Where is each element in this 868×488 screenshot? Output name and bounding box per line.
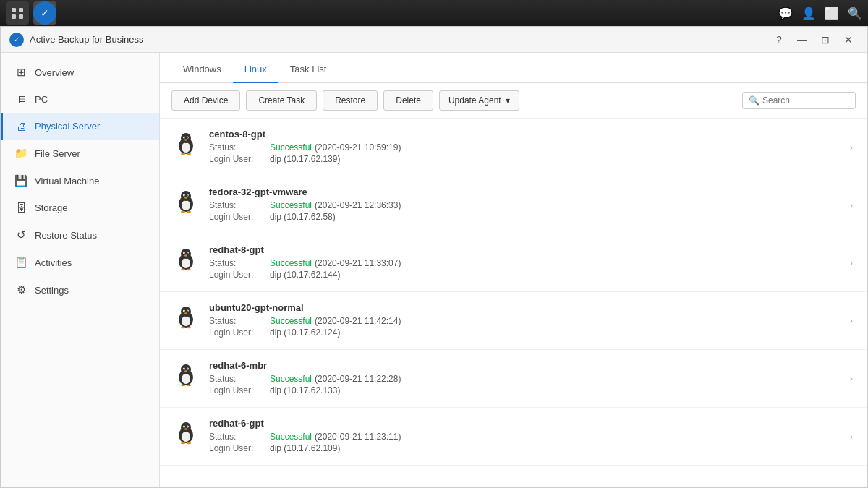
sidebar-label-physical-server: Physical Server — [35, 121, 100, 132]
sidebar-item-storage[interactable]: 🗄 Storage — [1, 194, 159, 221]
title-bar-left: ✓ Active Backup for Business — [9, 33, 144, 47]
help-button[interactable]: ? — [769, 32, 789, 48]
device-status-row: Status: Successful (2020-09-21 12:36:33) — [209, 200, 847, 210]
active-backup-taskbar-icon[interactable]: ✓ — [33, 1, 56, 25]
physical-server-icon: 🖨 — [14, 120, 27, 132]
sidebar-item-virtual-machine[interactable]: 💾 Virtual Machine — [1, 167, 159, 194]
device-login-row: Login User: dip (10.17.62.109) — [209, 443, 847, 453]
close-button[interactable]: ✕ — [838, 32, 859, 48]
svg-point-9 — [187, 153, 191, 155]
delete-button[interactable]: Delete — [383, 90, 433, 111]
apps-icon[interactable] — [6, 1, 29, 25]
sidebar-label-activities: Activities — [35, 257, 72, 268]
title-controls: ? — ⊡ ✕ — [769, 32, 859, 48]
sidebar-item-overview[interactable]: ⊞ Overview — [1, 59, 159, 86]
svg-point-42 — [181, 364, 191, 374]
content-area: Windows Linux Task List Add Device Creat… — [160, 53, 867, 487]
system-bar: ✓ 💬 👤 ⬜ 🔍 — [0, 0, 868, 26]
tab-linux[interactable]: Linux — [233, 56, 278, 83]
device-item-redhat-8-gpt[interactable]: redhat-8-gpt Status: Successful (2020-09… — [160, 234, 867, 292]
svg-point-19 — [187, 211, 191, 213]
sidebar-item-restore-status[interactable]: ↺ Restore Status — [1, 221, 159, 249]
add-device-button[interactable]: Add Device — [171, 90, 240, 111]
svg-point-8 — [181, 153, 185, 155]
update-agent-button[interactable]: Update Agent ▾ — [439, 90, 519, 111]
sidebar-item-activities[interactable]: 📋 Activities — [1, 249, 159, 276]
expand-chevron-icon[interactable]: › — [847, 255, 856, 271]
activities-icon: 📋 — [14, 256, 27, 269]
device-info: redhat-6-mbr Status: Successful (2020-09… — [209, 360, 847, 397]
expand-chevron-icon[interactable]: › — [847, 429, 856, 445]
device-name: ubuntu20-gpt-normal — [209, 302, 847, 313]
status-label: Status: — [209, 316, 267, 326]
device-info: redhat-8-gpt Status: Successful (2020-09… — [209, 244, 847, 281]
chat-icon[interactable]: 💬 — [778, 7, 793, 20]
toolbar: Add Device Create Task Restore Delete Up… — [160, 83, 867, 119]
system-bar-right: 💬 👤 ⬜ 🔍 — [778, 7, 862, 20]
svg-point-26 — [187, 252, 189, 254]
device-status-row: Status: Successful (2020-09-21 11:42:14) — [209, 316, 847, 326]
search-input[interactable] — [762, 95, 849, 106]
status-time: (2020-09-21 11:23:11) — [315, 432, 401, 442]
search-box[interactable]: 🔍 — [742, 92, 856, 109]
login-label: Login User: — [209, 212, 267, 222]
device-login-row: Login User: dip (10.17.62.124) — [209, 328, 847, 338]
window-icon[interactable]: ⬜ — [825, 7, 839, 20]
expand-chevron-icon[interactable]: › — [847, 313, 856, 329]
device-item-redhat-6-mbr[interactable]: redhat-6-mbr Status: Successful (2020-09… — [160, 350, 867, 408]
svg-point-12 — [181, 191, 191, 201]
device-item-redhat-6-gpt[interactable]: redhat-6-gpt Status: Successful (2020-09… — [160, 408, 867, 466]
svg-point-22 — [181, 249, 191, 259]
expand-chevron-icon[interactable]: › — [847, 371, 856, 387]
device-item-fedora-32-gpt-vmware[interactable]: fedora-32-gpt-vmware Status: Successful … — [160, 176, 867, 234]
system-bar-left: ✓ — [6, 1, 56, 25]
svg-point-32 — [181, 307, 191, 317]
sidebar-item-pc[interactable]: 🖥 PC — [1, 86, 159, 113]
create-task-button[interactable]: Create Task — [246, 90, 317, 111]
restore-button[interactable]: ⊡ — [815, 32, 835, 48]
device-os-icon — [171, 244, 200, 273]
status-label: Status: — [209, 258, 267, 268]
minimize-button[interactable]: — — [792, 32, 812, 48]
svg-point-28 — [181, 269, 185, 270]
app-window: ✓ Active Backup for Business ? — ⊡ ✕ ⊞ O… — [0, 26, 868, 488]
status-time: (2020-09-21 11:22:28) — [315, 374, 401, 384]
status-value: Successful — [270, 142, 312, 153]
main-area: ⊞ Overview 🖥 PC 🖨 Physical Server 📁 File… — [1, 53, 867, 487]
device-item-centos-8-gpt[interactable]: centos-8-gpt Status: Successful (2020-09… — [160, 119, 867, 176]
svg-point-5 — [184, 137, 185, 138]
svg-point-17 — [184, 197, 187, 198]
device-login-row: Login User: dip (10.17.62.139) — [209, 154, 847, 164]
device-info: centos-8-gpt Status: Successful (2020-09… — [209, 129, 847, 166]
svg-point-58 — [181, 442, 185, 444]
sidebar: ⊞ Overview 🖥 PC 🖨 Physical Server 📁 File… — [1, 53, 160, 487]
tab-windows[interactable]: Windows — [171, 56, 233, 83]
device-name: redhat-8-gpt — [209, 244, 847, 255]
sidebar-item-file-server[interactable]: 📁 File Server — [1, 140, 159, 167]
login-value: dip (10.17.62.133) — [270, 385, 340, 395]
dropdown-chevron-icon: ▾ — [506, 95, 510, 106]
restore-button[interactable]: Restore — [323, 90, 378, 111]
tab-task-list[interactable]: Task List — [278, 56, 339, 83]
device-item-ubuntu20-gpt-normal[interactable]: ubuntu20-gpt-normal Status: Successful (… — [160, 292, 867, 350]
device-os-icon — [171, 360, 200, 389]
device-os-icon — [171, 187, 200, 215]
svg-point-31 — [182, 316, 190, 326]
search-icon: 🔍 — [749, 95, 760, 106]
device-login-row: Login User: dip (10.17.62.144) — [209, 270, 847, 280]
user-icon[interactable]: 👤 — [801, 7, 816, 20]
sidebar-item-settings[interactable]: ⚙ Settings — [1, 276, 159, 304]
sidebar-item-physical-server[interactable]: 🖨 Physical Server — [1, 113, 159, 140]
search-global-icon[interactable]: 🔍 — [848, 7, 862, 20]
expand-chevron-icon[interactable]: › — [847, 197, 856, 213]
device-info: redhat-6-gpt Status: Successful (2020-09… — [209, 418, 847, 455]
device-status-row: Status: Successful (2020-09-21 11:33:07) — [209, 258, 847, 268]
status-label: Status: — [209, 374, 267, 384]
device-name: redhat-6-mbr — [209, 360, 847, 371]
sidebar-label-virtual-machine: Virtual Machine — [35, 176, 99, 187]
device-list: centos-8-gpt Status: Successful (2020-09… — [160, 119, 867, 487]
svg-point-59 — [187, 442, 191, 444]
svg-point-29 — [187, 269, 191, 270]
expand-chevron-icon[interactable]: › — [847, 140, 856, 155]
device-info: ubuntu20-gpt-normal Status: Successful (… — [209, 302, 847, 339]
